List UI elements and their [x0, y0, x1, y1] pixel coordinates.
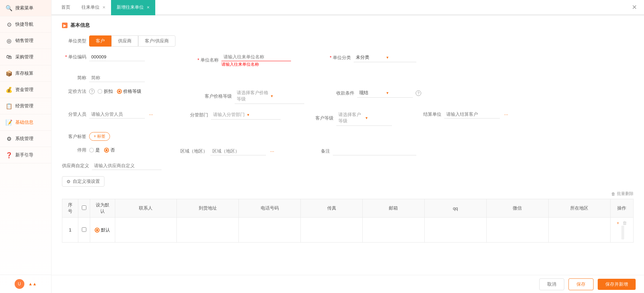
sidebar-bottom-text: ▲▲: [29, 282, 37, 286]
close-all-tabs[interactable]: ✕: [629, 3, 640, 11]
sidebar-item-system[interactable]: ⚙ 系统管理: [0, 131, 51, 147]
customer-level-select[interactable]: 请选择客户等级 ▼: [336, 110, 392, 126]
unit-name-label: 单位名称: [194, 57, 219, 63]
pricing-radio-level[interactable]: 价格等级: [117, 88, 141, 95]
th-email: 邮箱: [362, 199, 424, 218]
unit-name-input[interactable]: [221, 53, 291, 61]
unit-type-row: 单位类型 客户 供应商 客户/供应商: [62, 35, 634, 47]
tab-contacts-close[interactable]: ✕: [102, 5, 105, 10]
disabled-radio-group: 是 否: [89, 147, 115, 153]
region-input[interactable]: [210, 147, 266, 155]
settlement-more-btn[interactable]: ···: [503, 112, 510, 117]
td-email: [362, 218, 424, 243]
batch-delete-button[interactable]: 🗑 批量删除: [611, 191, 634, 197]
manager-input[interactable]: [89, 110, 145, 119]
type-btn-supplier[interactable]: 供应商: [111, 35, 138, 47]
th-region: 所在地区: [548, 199, 610, 218]
pricing-label: 定价方法: [62, 88, 86, 95]
th-no: 序号: [62, 199, 78, 218]
select-all-checkbox[interactable]: [82, 205, 86, 210]
th-address: 到货地址: [177, 199, 239, 218]
payment-help-icon[interactable]: ?: [416, 90, 421, 96]
row-checkbox[interactable]: [82, 227, 86, 232]
disabled-no[interactable]: 否: [104, 147, 115, 153]
pricing-radio-discount-circle: [97, 89, 102, 94]
sidebar-item-basic[interactable]: 📝 基础信息: [0, 114, 51, 131]
manager-label: 分管人员: [62, 111, 86, 117]
type-btn-both[interactable]: 客户/供应商: [138, 35, 175, 47]
manager-row: 分管人员 ··· 分管部门 请输入分管部门 ▼ 客户等级 请选择客户等级 ▼ 结…: [62, 110, 634, 126]
tab-home[interactable]: 首页: [56, 0, 76, 15]
td-checkbox: [78, 218, 90, 243]
cancel-button[interactable]: 取消: [539, 278, 564, 290]
section-icon: ▶: [62, 23, 68, 28]
basic-icon: 📝: [6, 119, 13, 126]
unit-category-label: 单位分类: [327, 55, 351, 61]
tab-contacts[interactable]: 往来单位 ✕: [76, 0, 111, 15]
contact-input[interactable]: [119, 227, 173, 233]
footer: 取消 保存 保存并新增: [52, 275, 644, 293]
user-avatar[interactable]: U: [15, 279, 24, 289]
pricing-help-icon[interactable]: ?: [89, 89, 95, 94]
email-input[interactable]: [366, 227, 421, 233]
payment-select[interactable]: 现结 ▼: [357, 88, 413, 98]
disabled-no-circle: [104, 148, 109, 153]
th-fax: 传真: [301, 199, 363, 218]
sidebar-item-quick-nav[interactable]: ⊙ 快捷导航: [0, 16, 51, 33]
delete-row-btn[interactable]: 🗑: [622, 220, 627, 226]
fax-input[interactable]: [304, 227, 359, 233]
tab-bar: 首页 往来单位 ✕ 新增往来单位 ✕ ✕: [52, 0, 644, 15]
unit-name-error: 请输入往来单位名称: [221, 62, 291, 67]
table-header-row: 序号 设为默认 联系人 到货地址 电话号码 传真 邮箱 qq 微信 所在地区 操…: [62, 199, 634, 218]
sidebar-item-purchase[interactable]: 🛍 采购管理: [0, 49, 51, 65]
search-icon: 🔍: [6, 5, 13, 11]
unit-category-select[interactable]: 未分类 ▼: [354, 53, 416, 62]
address-input[interactable]: [180, 227, 235, 233]
delete-icon: 🗑: [611, 192, 615, 196]
department-label: 分管部门: [184, 112, 208, 118]
qq-input[interactable]: [428, 227, 483, 233]
add-row-btn[interactable]: +: [616, 220, 619, 226]
pricing-radio-discount[interactable]: 折扣: [97, 88, 113, 95]
pricing-radio-level-circle: [117, 89, 122, 94]
row-drag-handle[interactable]: [621, 226, 624, 239]
wechat-input[interactable]: [490, 227, 545, 233]
default-radio[interactable]: 默认: [94, 227, 111, 233]
th-wechat: 微信: [486, 199, 548, 218]
sidebar-item-finance[interactable]: 💰 资金管理: [0, 82, 51, 98]
tab-new-contact-close[interactable]: ✕: [147, 5, 150, 10]
type-btn-customer[interactable]: 客户: [89, 35, 111, 47]
tab-new-contact[interactable]: 新增往来单位 ✕: [111, 0, 155, 15]
sidebar-item-sales[interactable]: ◎ 销售管理: [0, 33, 51, 49]
td-qq: [424, 218, 486, 243]
sidebar-item-newbie[interactable]: ❓ 新手引导: [0, 147, 51, 163]
settlement-input[interactable]: [444, 110, 500, 119]
customer-price-select[interactable]: 请选择客户价格等级 ▼: [235, 88, 304, 104]
save-button[interactable]: 保存: [568, 278, 594, 290]
newbie-icon: ❓: [6, 152, 13, 158]
unit-code-input[interactable]: [89, 53, 145, 61]
phone-input[interactable]: [242, 227, 297, 233]
section-header: ▶ 基本信息: [62, 22, 634, 29]
disabled-row: 停用 是 否 区域（地区） ··· 备注: [62, 147, 634, 155]
region-more-btn[interactable]: ···: [269, 148, 276, 154]
customer-level-arrow: ▼: [365, 116, 390, 120]
batch-delete-area: 🗑 批量删除: [62, 191, 634, 197]
remark-input[interactable]: [333, 147, 416, 155]
custom-settings-button[interactable]: ⚙ 自定义项设置: [62, 176, 104, 187]
sidebar-item-search[interactable]: 🔍 搜索菜单: [0, 0, 51, 16]
sidebar-item-inventory[interactable]: 📦 库存核算: [0, 65, 51, 82]
short-name-input[interactable]: [89, 74, 145, 82]
add-tag-button[interactable]: + 标签: [89, 132, 110, 141]
payment-label: 收款条件: [330, 90, 354, 96]
purchase-icon: 🛍: [6, 54, 13, 60]
save-new-button[interactable]: 保存并新增: [598, 279, 636, 290]
sidebar-item-operations[interactable]: 📋 经营管理: [0, 98, 51, 114]
supplier-custom-input[interactable]: [92, 162, 162, 170]
department-select[interactable]: 请输入分管部门 ▼: [211, 110, 281, 120]
th-qq: qq: [424, 199, 486, 218]
disabled-yes[interactable]: 是: [89, 147, 100, 153]
home-icon: ⊙: [6, 21, 13, 28]
manager-more-btn[interactable]: ···: [148, 112, 155, 117]
region-table-input[interactable]: [552, 227, 607, 233]
